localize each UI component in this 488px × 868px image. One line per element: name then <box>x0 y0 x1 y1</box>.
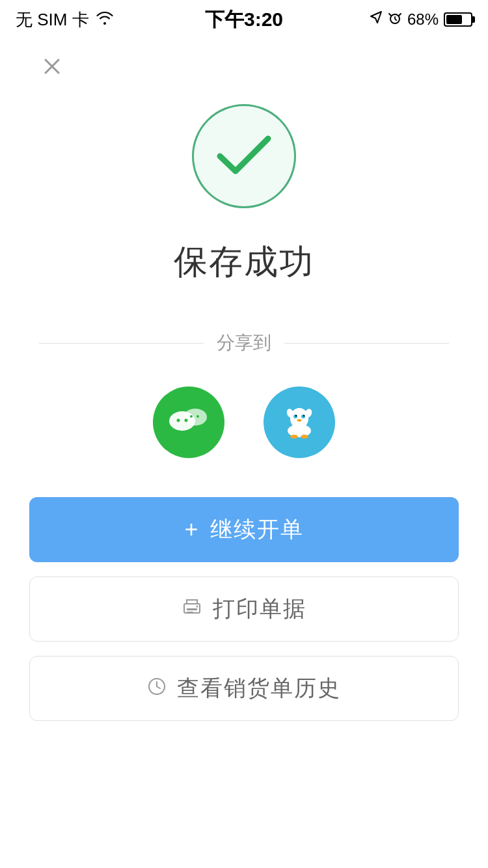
svg-point-10 <box>301 414 305 418</box>
status-time: 下午3:20 <box>205 7 283 33</box>
qq-icon <box>278 401 320 443</box>
svg-point-5 <box>190 415 193 418</box>
status-carrier: 无 SIM 卡 <box>16 8 114 31</box>
print-receipt-label: 打印单据 <box>213 594 306 624</box>
svg-point-21 <box>197 605 198 607</box>
success-circle <box>192 104 296 208</box>
svg-point-8 <box>288 424 311 437</box>
share-section: 分享到 <box>0 331 488 458</box>
svg-rect-20 <box>187 612 193 613</box>
svg-point-9 <box>293 414 297 418</box>
main-content: 保存成功 分享到 <box>0 39 488 721</box>
battery-percentage: 68% <box>407 10 439 29</box>
battery-icon <box>444 12 472 27</box>
close-button[interactable] <box>33 47 72 86</box>
status-bar: 无 SIM 卡 下午3:20 68% <box>0 0 488 39</box>
share-icons <box>153 387 335 458</box>
qq-share-button[interactable] <box>264 387 335 458</box>
share-label: 分享到 <box>204 331 284 355</box>
svg-point-6 <box>197 415 199 418</box>
svg-point-16 <box>290 435 298 439</box>
svg-point-11 <box>295 415 297 416</box>
print-icon <box>182 597 202 622</box>
wechat-icon <box>167 400 211 444</box>
success-title: 保存成功 <box>174 239 314 285</box>
history-icon <box>147 676 167 701</box>
wechat-share-button[interactable] <box>153 387 224 458</box>
svg-point-2 <box>183 409 207 426</box>
share-divider: 分享到 <box>0 331 488 355</box>
view-history-label: 查看销货单历史 <box>177 673 341 703</box>
action-buttons: + 继续开单 打印单据 查看销货单历史 <box>29 497 459 721</box>
view-history-button[interactable]: 查看销货单历史 <box>29 656 459 721</box>
continue-order-label: 继续开单 <box>210 515 304 545</box>
svg-point-12 <box>303 415 305 416</box>
svg-point-3 <box>177 419 180 422</box>
status-right: 68% <box>370 10 472 29</box>
svg-point-17 <box>301 435 308 439</box>
plus-icon: + <box>184 516 199 543</box>
print-receipt-button[interactable]: 打印单据 <box>29 576 459 642</box>
checkmark-icon <box>215 133 273 179</box>
alarm-icon <box>388 10 402 29</box>
continue-order-button[interactable]: + 继续开单 <box>29 497 459 562</box>
svg-rect-19 <box>187 608 197 610</box>
svg-point-4 <box>185 419 188 422</box>
location-icon <box>370 10 383 29</box>
svg-point-13 <box>297 419 302 422</box>
wifi-icon <box>96 10 114 29</box>
carrier-text: 无 SIM 卡 <box>16 8 89 31</box>
